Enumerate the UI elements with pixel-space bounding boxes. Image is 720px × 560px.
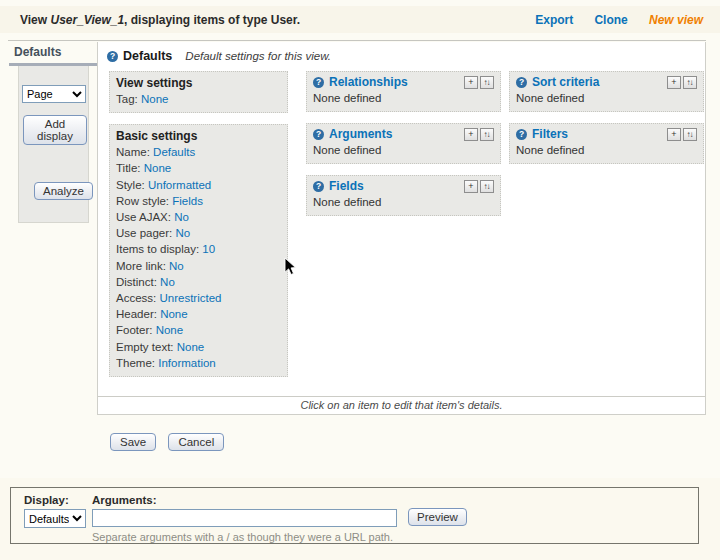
setting-row: Title: None <box>116 160 281 176</box>
rearrange-fields-button[interactable]: ↑↓ <box>480 180 494 193</box>
view-settings-box: View settings Tag: None <box>109 71 288 113</box>
basic-settings-box: Basic settings Name: Defaults Title: Non… <box>109 124 288 377</box>
setting-empty-text-link[interactable]: None <box>177 341 205 353</box>
view-name: User_View_1 <box>50 13 124 27</box>
sidebar-controls: Page Add display Analyze <box>18 66 89 223</box>
rearrange-arguments-button[interactable]: ↑↓ <box>480 128 494 141</box>
add-sort-criterion-button[interactable]: + <box>667 76 681 89</box>
display-type-select[interactable]: Page <box>22 85 86 103</box>
relationships-empty: None defined <box>313 90 494 106</box>
display-sidebar: Defaults Page Add display Analyze <box>8 42 97 223</box>
setting-row: Access: Unrestricted <box>116 290 281 306</box>
help-icon[interactable]: ? <box>107 51 118 62</box>
setting-use-ajax-link[interactable]: No <box>174 211 189 223</box>
setting-use-pager-link[interactable]: No <box>175 227 190 239</box>
tab-defaults[interactable]: Defaults <box>9 42 97 66</box>
setting-row: Name: Defaults <box>116 144 281 160</box>
setting-label: Distinct: <box>116 276 157 288</box>
arguments-link[interactable]: Arguments <box>329 127 392 142</box>
analyze-button[interactable]: Analyze <box>34 182 93 200</box>
help-icon[interactable]: ? <box>516 77 527 88</box>
setting-label: More link: <box>116 260 166 272</box>
page-header: View User_View_1, displaying items of ty… <box>0 6 720 33</box>
setting-theme-link[interactable]: Information <box>158 357 216 369</box>
setting-row: Empty text: None <box>116 339 281 355</box>
rearrange-sort-criteria-button[interactable]: ↑↓ <box>683 76 697 89</box>
clone-link[interactable]: Clone <box>594 13 627 27</box>
setting-row: Header: None <box>116 306 281 322</box>
setting-label: Use pager: <box>116 227 172 239</box>
preview-display-select[interactable]: Defaults <box>24 509 86 528</box>
sort-criteria-link[interactable]: Sort criteria <box>532 75 599 90</box>
setting-row: Use AJAX: No <box>116 209 281 225</box>
relationships-box: ? Relationships + ↑↓ None defined <box>306 71 501 112</box>
add-field-button[interactable]: + <box>464 180 478 193</box>
new-view-link[interactable]: New view <box>649 13 703 27</box>
setting-label: Name: <box>116 146 150 158</box>
setting-name-link[interactable]: Defaults <box>153 146 195 158</box>
filters-empty: None defined <box>516 142 697 158</box>
setting-label: Empty text: <box>116 341 174 353</box>
save-button[interactable]: Save <box>110 433 156 451</box>
sort-criteria-actions: + ↑↓ <box>667 76 697 89</box>
setting-label: Footer: <box>116 324 152 336</box>
display-description: Default settings for this view. <box>185 50 331 62</box>
setting-header-link[interactable]: None <box>160 308 188 320</box>
arguments-empty: None defined <box>313 142 494 158</box>
cancel-button[interactable]: Cancel <box>168 433 224 451</box>
rearrange-relationships-button[interactable]: ↑↓ <box>480 76 494 89</box>
fields-empty: None defined <box>313 194 494 210</box>
help-icon[interactable]: ? <box>516 129 527 140</box>
display-heading: Defaults <box>123 49 172 63</box>
setting-tag-link[interactable]: None <box>141 93 169 105</box>
rearrange-filters-button[interactable]: ↑↓ <box>683 128 697 141</box>
help-icon[interactable]: ? <box>313 181 324 192</box>
setting-label: Row style: <box>116 195 169 207</box>
fields-link[interactable]: Fields <box>329 179 364 194</box>
setting-access-link[interactable]: Unrestricted <box>159 292 221 304</box>
setting-items-to-display-link[interactable]: 10 <box>202 243 215 255</box>
relationships-link[interactable]: Relationships <box>329 75 408 90</box>
title-prefix: View <box>20 13 50 27</box>
arguments-input[interactable] <box>92 509 397 527</box>
setting-label: Use AJAX: <box>116 211 171 223</box>
settings-column-3: ? Sort criteria + ↑↓ None defined ? Filt… <box>509 71 704 175</box>
setting-row: Tag: None <box>116 91 281 107</box>
setting-row-style-link[interactable]: Fields <box>172 195 203 207</box>
views-edit-container: Defaults Page Add display Analyze ? Defa… <box>8 40 706 414</box>
sort-criteria-empty: None defined <box>516 90 697 106</box>
form-actions: Save Cancel <box>110 433 233 451</box>
setting-row: Style: Unformatted <box>116 177 281 193</box>
relationships-actions: + ↑↓ <box>464 76 494 89</box>
basic-settings-title: Basic settings <box>116 128 281 144</box>
setting-row: Row style: Fields <box>116 193 281 209</box>
setting-footer-link[interactable]: None <box>156 324 184 336</box>
setting-style-link[interactable]: Unformatted <box>148 179 211 191</box>
add-argument-button[interactable]: + <box>464 128 478 141</box>
panel-heading: ? Defaults Default settings for this vie… <box>107 49 331 63</box>
filters-link[interactable]: Filters <box>532 127 568 142</box>
setting-more-link-link[interactable]: No <box>169 260 184 272</box>
setting-row: Items to display: 10 <box>116 241 281 257</box>
setting-title-link[interactable]: None <box>144 162 172 174</box>
setting-label: Access: <box>116 292 156 304</box>
setting-distinct-link[interactable]: No <box>160 276 175 288</box>
add-display-button[interactable]: Add display <box>23 115 87 145</box>
setting-label: Tag: <box>116 93 138 105</box>
help-icon[interactable]: ? <box>313 77 324 88</box>
setting-row: Use pager: No <box>116 225 281 241</box>
help-icon[interactable]: ? <box>313 129 324 140</box>
filters-box: ? Filters + ↑↓ None defined <box>509 123 704 164</box>
settings-column-1: View settings Tag: None Basic settings N… <box>109 71 288 388</box>
preview-button[interactable]: Preview <box>408 508 467 526</box>
fields-box: ? Fields + ↑↓ None defined <box>306 175 501 216</box>
add-filter-button[interactable]: + <box>667 128 681 141</box>
setting-label: Header: <box>116 308 157 320</box>
preview-section: Display: Defaults Arguments: Preview Sep… <box>0 478 720 560</box>
preview-panel: Display: Defaults Arguments: Preview Sep… <box>10 487 699 544</box>
add-relationship-button[interactable]: + <box>464 76 478 89</box>
view-settings-title: View settings <box>116 75 281 91</box>
export-link[interactable]: Export <box>535 13 573 27</box>
page-title: View User_View_1, displaying items of ty… <box>20 13 300 27</box>
title-suffix: , displaying items of type User. <box>124 13 300 27</box>
